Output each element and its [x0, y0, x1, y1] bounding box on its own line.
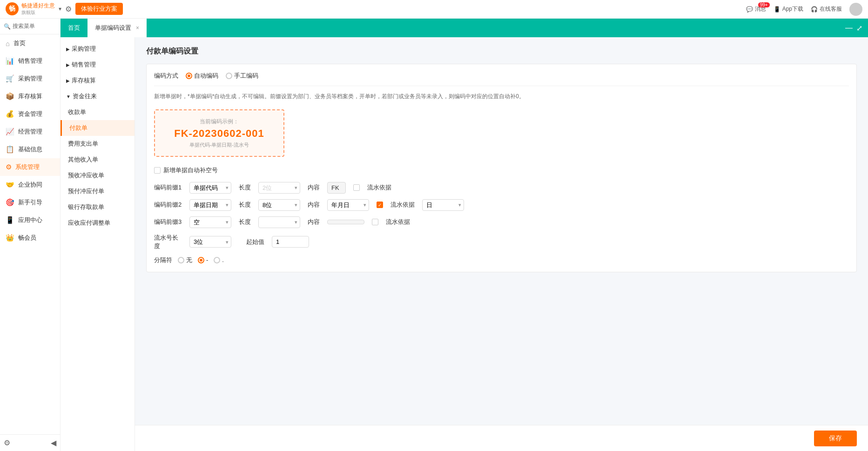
guide-icon: 🎯	[6, 198, 14, 207]
tab-home[interactable]: 首页	[61, 19, 87, 37]
flowing1-label: 流水依据	[367, 183, 391, 192]
prefix2-select-wrapper: 单据日期	[189, 199, 231, 211]
sidebar-item-apps-label: 应用中心	[18, 216, 42, 224]
sidebar-item-basic[interactable]: 📋 基础信息	[0, 141, 60, 158]
second-sidebar-inventory[interactable]: 库存核算	[61, 73, 135, 88]
second-sidebar-purchase[interactable]: 采购管理	[61, 41, 135, 57]
sidebar-collapse-button[interactable]: ◀	[51, 438, 56, 447]
separator-none-label: 无	[186, 256, 192, 264]
app-download-button[interactable]: 📱 App下载	[774, 5, 803, 13]
radio-group: 自动编码 手工编码	[186, 72, 258, 80]
tab-minimize-button[interactable]: —	[845, 24, 853, 32]
search-menu-button[interactable]: 🔍 搜索菜单	[4, 22, 56, 30]
separator-dot-dot	[214, 257, 220, 263]
serial-length-select[interactable]: 3位	[189, 236, 231, 248]
length3-select-wrapper	[258, 216, 300, 228]
second-sidebar-prepay-payment[interactable]: 预付冲应付单	[61, 183, 135, 199]
sidebar-item-member[interactable]: 👑 畅会员	[0, 229, 60, 247]
sidebar-item-purchase[interactable]: 🛒 采购管理	[0, 70, 60, 88]
second-sidebar-other-income[interactable]: 其他收入单	[61, 152, 135, 168]
second-sidebar-bank[interactable]: 银行存取款单	[61, 199, 135, 215]
prefix1-label: 编码前缀1	[154, 183, 182, 192]
length1-select[interactable]: 2位	[258, 182, 300, 194]
length2-select[interactable]: 8位	[258, 199, 300, 211]
tab-close-icon[interactable]: ×	[136, 25, 139, 31]
sidebar-nav: ⌂ 首页 📊 销售管理 🛒 采购管理 📦 库存核算 💰 资金管理 📈 经营	[0, 34, 60, 434]
sidebar-item-guide[interactable]: 🎯 新手引导	[0, 194, 60, 211]
sidebar-item-enterprise-label: 企业协同	[18, 181, 42, 189]
separator-dash-dot	[198, 257, 204, 263]
sidebar-item-finance[interactable]: 💰 资金管理	[0, 105, 60, 123]
tab-bar-actions: — ⤢	[845, 24, 868, 33]
day-select[interactable]: 日	[422, 199, 464, 211]
sidebar-item-operation[interactable]: 📈 经营管理	[0, 123, 60, 141]
settings-button[interactable]: ⚙	[65, 5, 72, 13]
user-avatar[interactable]	[849, 3, 862, 16]
apps-icon: 📱	[6, 216, 14, 224]
trial-button[interactable]: 体验行业方案	[75, 3, 123, 15]
second-sidebar-sales[interactable]: 销售管理	[61, 57, 135, 73]
top-bar-controls: ▾ ⚙ 体验行业方案	[59, 3, 123, 15]
sidebar-search[interactable]: 🔍 搜索菜单	[0, 19, 60, 34]
sidebar-item-inventory[interactable]: 📦 库存核算	[0, 88, 60, 105]
second-sidebar-expense[interactable]: 费用支出单	[61, 136, 135, 152]
top-bar-left: 畅 畅捷通好生意 旗舰版 ▾ ⚙ 体验行业方案	[6, 2, 123, 15]
content-area: 首页 单据编码设置 × — ⤢ 采购管理 销售管理 库存核算 资金往来 收款单 …	[61, 19, 868, 451]
sidebar-footer: ⚙ ◀	[0, 434, 60, 451]
info-text: 新增单据时，*单据编码*自动生成，不可编辑。前缀设置为部门、业务员等档案类，开单…	[154, 92, 849, 102]
purchase-icon: 🛒	[6, 74, 14, 83]
left-sidebar: 🔍 搜索菜单 ⌂ 首页 📊 销售管理 🛒 采购管理 📦 库存核算 💰	[0, 19, 61, 451]
second-sidebar-prepay-receipt[interactable]: 预收冲应收单	[61, 168, 135, 183]
encoding-card: 编码方式 自动编码 手工编码	[146, 64, 857, 272]
sidebar-item-guide-label: 新手引导	[18, 198, 42, 207]
tab-expand-button[interactable]: ⤢	[856, 24, 862, 33]
sidebar-settings-button[interactable]: ⚙	[4, 438, 10, 447]
tab-encoding-settings[interactable]: 单据编码设置 ×	[87, 19, 147, 37]
auto-encoding-radio[interactable]: 自动编码	[186, 72, 218, 80]
config-section: 编码前缀1 单据代码 长度 2位	[154, 182, 849, 264]
manual-encoding-radio[interactable]: 手工编码	[226, 72, 258, 80]
prefix3-select[interactable]: 空	[189, 216, 231, 228]
member-icon: 👑	[6, 234, 14, 242]
second-sidebar-adjust[interactable]: 应收应付调整单	[61, 215, 135, 231]
flowing3-checkbox[interactable]	[372, 219, 378, 225]
manual-encoding-label: 手工编码	[234, 72, 258, 80]
auto-fill-checkbox[interactable]	[154, 167, 161, 174]
prefix2-select[interactable]: 单据日期	[189, 199, 231, 211]
start-value-input[interactable]	[272, 236, 309, 248]
flowing2-checkbox[interactable]: ✓	[377, 202, 383, 208]
prefix1-select[interactable]: 单据代码	[189, 182, 231, 194]
sidebar-item-home[interactable]: ⌂ 首页	[0, 34, 60, 52]
save-button[interactable]: 保存	[814, 431, 857, 446]
page-title: 付款单编码设置	[146, 47, 857, 56]
manual-encoding-dot	[226, 73, 232, 79]
separator-dot-radio[interactable]: .	[214, 256, 224, 263]
sidebar-item-apps[interactable]: 📱 应用中心	[0, 211, 60, 229]
flowing1-checkbox[interactable]	[353, 184, 360, 191]
sidebar-item-sales[interactable]: 📊 销售管理	[0, 52, 60, 70]
sidebar-item-enterprise[interactable]: 🤝 企业协同	[0, 176, 60, 194]
separator-dash-radio[interactable]: -	[198, 256, 208, 263]
main-layout: 🔍 搜索菜单 ⌂ 首页 📊 销售管理 🛒 采购管理 📦 库存核算 💰	[0, 19, 868, 451]
content2-select-wrapper: 年月日	[327, 199, 369, 211]
online-service-button[interactable]: 🎧 在线客服	[811, 5, 842, 13]
sidebar-item-system[interactable]: ⚙ 系统管理	[0, 158, 60, 176]
operation-icon: 📈	[6, 128, 14, 136]
second-sidebar-finance[interactable]: 资金往来	[61, 88, 135, 104]
content3-value	[327, 220, 364, 224]
serial-row: 流水号长度 3位 起始值	[154, 234, 849, 250]
second-sidebar-receipt[interactable]: 收款单	[61, 104, 135, 120]
chevron-down-button[interactable]: ▾	[59, 6, 61, 12]
flowing3-label: 流水依据	[386, 218, 410, 226]
separator-none-radio[interactable]: 无	[178, 256, 192, 264]
content2-select[interactable]: 年月日	[327, 199, 369, 211]
sidebar-item-system-label: 系统管理	[15, 163, 40, 171]
sidebar-item-inventory-label: 库存核算	[18, 92, 42, 101]
body-area: 采购管理 销售管理 库存核算 资金往来 收款单 付款单 费用支出单 其他收入单 …	[61, 37, 868, 451]
second-sidebar-payment[interactable]: 付款单	[61, 120, 135, 136]
length3-select[interactable]	[258, 216, 300, 228]
system-icon: ⚙	[6, 163, 12, 171]
brand-name: 畅捷通好生意	[21, 2, 55, 9]
message-button[interactable]: 💬 消息 99+	[746, 5, 766, 13]
serial-length-label: 流水号长度	[154, 234, 182, 250]
